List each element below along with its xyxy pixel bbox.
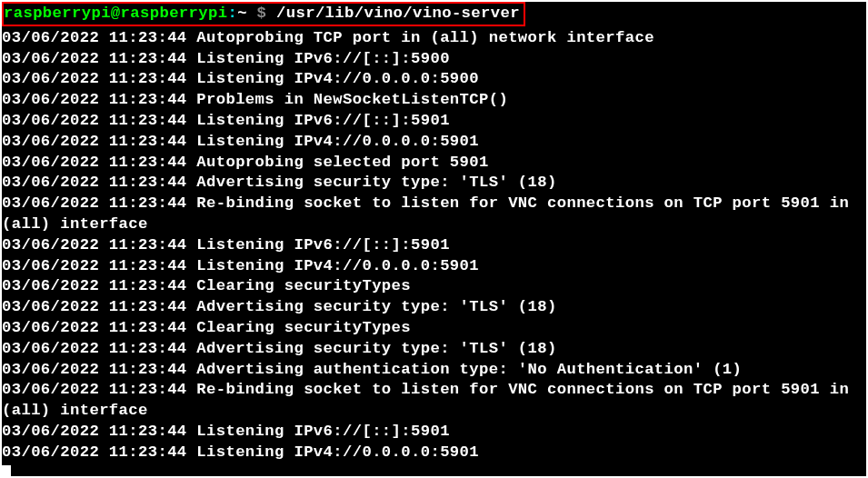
prompt-path: ~ [237, 5, 247, 22]
prompt-command: /usr/lib/vino/vino-server [276, 5, 520, 22]
prompt-symbol: $ [247, 5, 276, 22]
prompt-separator: : [227, 5, 237, 22]
prompt-user-host: raspberrypi@raspberrypi [4, 5, 227, 22]
terminal-output: 03/06/2022 11:23:44 Autoprobing TCP port… [2, 28, 866, 463]
terminal-window[interactable]: raspberrypi@raspberrypi:~ $ /usr/lib/vin… [2, 2, 866, 476]
cursor [2, 465, 11, 476]
prompt-highlight-box: raspberrypi@raspberrypi:~ $ /usr/lib/vin… [2, 2, 525, 26]
